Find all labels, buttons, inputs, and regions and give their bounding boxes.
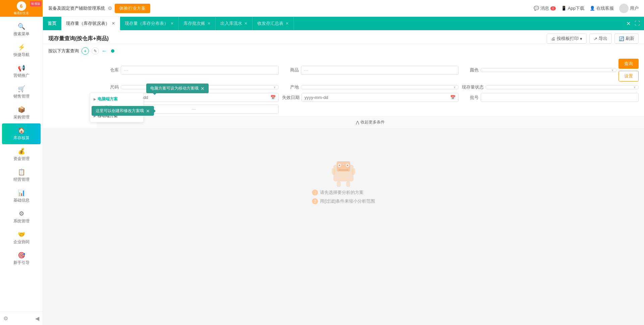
tab-inout-flow[interactable]: 出入库流水 ✕ <box>216 17 253 30</box>
tooltip-left-close[interactable]: ✕ <box>146 108 150 114</box>
header-settings-icon[interactable]: ⚙ <box>108 5 112 11</box>
app-download-btn[interactable]: 📱 App下载 <box>561 5 584 11</box>
collapse-bar[interactable]: ⋀ 收起更多条件 <box>97 116 644 128</box>
expiry-date-input-wrap[interactable]: 📅 <box>302 93 459 102</box>
tab-home[interactable]: 首页 <box>43 17 61 30</box>
tab-inventory-status[interactable]: 现存量（库存状况表） ✕ <box>61 17 120 30</box>
page-title: 现存量查询(按仓库+商品) <box>48 35 109 42</box>
print-label: 按模板打印 <box>557 36 579 42</box>
sidebar-item-label: 基础信息 <box>13 198 30 203</box>
calendar-icon-expiry[interactable]: 📅 <box>450 95 455 100</box>
sidebar-bottom: ⚙ ◀ <box>0 312 43 325</box>
color-select[interactable]: ▼ <box>481 68 616 72</box>
dot-indicator <box>111 49 114 53</box>
tab-close-receive-summary[interactable]: ✕ <box>285 21 289 26</box>
filter-cell-batch: 批号 <box>462 93 639 102</box>
empty-illustration <box>327 155 360 188</box>
set-btn[interactable]: 设置 <box>619 71 639 82</box>
tab-close-inventory-dist[interactable]: ✕ <box>170 21 174 26</box>
tab-expand-icon[interactable]: ⛶ <box>633 19 641 28</box>
message-btn[interactable]: 💬 消息 6 <box>534 5 556 11</box>
hint-num-1: 1 <box>312 189 318 196</box>
sales-icon: 🛒 <box>18 85 25 93</box>
add-scheme-btn[interactable]: + <box>82 47 89 55</box>
filter-cell-color: 颜色 ▼ 查询 设置 <box>462 59 639 82</box>
sidebar-logo: 6 畅通好生意 标准版 <box>0 0 43 17</box>
marketing-icon: 📢 <box>18 64 25 72</box>
sidebar-item-purchase[interactable]: 📦 采购管理 <box>0 103 43 123</box>
sidebar-item-marketing[interactable]: 📢 营销推广 <box>0 61 43 82</box>
warehouse-input[interactable]: ⋯ <box>121 66 279 75</box>
sidebar-item-label: 企业协同 <box>13 239 30 245</box>
online-service-btn[interactable]: 👤 在线客服 <box>590 5 614 11</box>
expiry-date-input[interactable] <box>305 95 449 100</box>
search-buttons: 查询 设置 <box>619 59 639 82</box>
calendar-icon-prod[interactable]: 📅 <box>270 95 276 100</box>
goods-input[interactable]: ⋯ <box>301 66 459 75</box>
export-label: 导出 <box>599 36 607 42</box>
goods-label: 商品 <box>282 67 299 73</box>
export-btn[interactable]: ↗ 导出 <box>589 34 612 44</box>
sidebar-item-label: 新手引导 <box>13 260 30 266</box>
tab-close-inout-flow[interactable]: ✕ <box>244 21 248 26</box>
service-icon: 👤 <box>590 6 595 11</box>
collapse-sidebar-icon[interactable]: ◀ <box>35 315 39 322</box>
tab-close-all-icon[interactable]: ✕ <box>625 19 632 28</box>
tab-inventory-dist[interactable]: 现存量（库存分布表） ✕ <box>120 17 179 30</box>
inventory-icon: 🏠 <box>18 127 25 134</box>
industry-btn[interactable]: 体验行业方案 <box>115 4 150 13</box>
tab-receive-summary[interactable]: 收发存汇总表 ✕ <box>253 17 294 30</box>
sidebar-item-system[interactable]: ⚙ 系统管理 <box>0 207 43 227</box>
edit-scheme-btn[interactable]: ✎ <box>92 47 99 55</box>
tab-batch-ledger[interactable]: 库存批次账 ✕ <box>179 17 216 30</box>
arrow-back-icon[interactable]: ← <box>102 48 107 54</box>
sidebar-item-base[interactable]: 📊 基础信息 <box>0 186 43 207</box>
sidebar-item-sales[interactable]: 🛒 销售管理 <box>0 82 43 103</box>
stock-qty-max[interactable] <box>197 107 254 112</box>
search-btn[interactable]: 查询 <box>619 59 639 69</box>
sidebar-item-search[interactable]: 🔍 搜索菜单 <box>0 19 43 40</box>
top-header: 装备及固定资产辅助管理系统 ⚙ 体验行业方案 💬 消息 6 📱 App下载 👤 … <box>43 0 644 17</box>
sidebar-item-quick[interactable]: ⚡ 快捷导航 <box>0 40 43 61</box>
filter-cell-stock-status: 现存量状态 ▼ <box>462 84 639 90</box>
sidebar-item-finance[interactable]: 💰 资金管理 <box>0 144 43 165</box>
chevron-down-origin-icon: ▼ <box>453 86 456 89</box>
tooltip-top-text: 电脑方案可设为移动方案哦 <box>150 86 199 91</box>
prod-date-input[interactable] <box>124 95 269 100</box>
settings-icon[interactable]: ⚙ <box>3 315 8 322</box>
tab-inventory-status-label: 现存量（库存状况表） <box>66 20 110 26</box>
user-label: 用户 <box>630 5 639 11</box>
prod-date-input-wrap[interactable]: 📅 <box>121 93 279 102</box>
tab-close-inventory-status[interactable]: ✕ <box>112 21 115 26</box>
svg-point-4 <box>339 165 340 166</box>
batch-input[interactable] <box>481 93 639 102</box>
stock-qty-sep: — <box>192 107 196 112</box>
refresh-icon: 🔄 <box>619 36 624 41</box>
tab-close-batch-ledger[interactable]: ✕ <box>207 21 211 26</box>
operation-icon: 📋 <box>18 168 25 176</box>
user-menu[interactable]: 用户 <box>619 4 639 13</box>
sidebar-item-enterprise[interactable]: 🤝 企业协同 <box>0 227 43 248</box>
tab-receive-summary-label: 收发存汇总表 <box>257 20 283 26</box>
refresh-btn[interactable]: 🔄 刷新 <box>614 34 639 44</box>
sidebar-item-label: 采购管理 <box>13 114 30 120</box>
hint-text-1: 请先选择要分析的方案 <box>320 188 364 197</box>
goods-more-icon: ⋯ <box>304 68 308 73</box>
tooltip-top-close[interactable]: ✕ <box>201 86 205 91</box>
svg-point-5 <box>347 165 348 166</box>
logo-icon: 6 <box>17 1 26 11</box>
sidebar-item-label: 快捷导航 <box>13 52 30 58</box>
stock-status-select[interactable]: ▼ <box>486 85 639 89</box>
collapse-label: 收起更多条件 <box>361 119 385 125</box>
print-btn[interactable]: 🖨 按模板打印 ▾ <box>547 34 587 44</box>
sidebar-item-inventory[interactable]: 🏠 库存核算 <box>2 123 41 144</box>
tree-item-pc[interactable]: ▶ 电脑端方案 <box>90 95 143 103</box>
sidebar-item-guide[interactable]: 🎯 新手引导 <box>0 248 43 269</box>
svg-rect-9 <box>337 181 341 187</box>
hint-num-2: 2 <box>312 198 318 204</box>
tree-arrow-pc: ▶ <box>94 97 96 101</box>
guide-icon: 🎯 <box>18 252 25 259</box>
sidebar-item-operation[interactable]: 📋 经营管理 <box>0 165 43 186</box>
export-icon: ↗ <box>594 36 597 41</box>
origin-select[interactable]: ▼ <box>301 85 459 89</box>
